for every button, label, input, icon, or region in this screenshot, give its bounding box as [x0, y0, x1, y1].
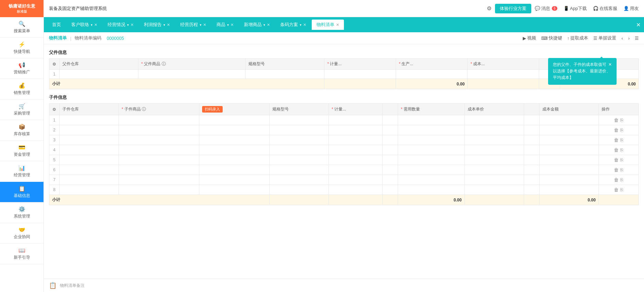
close-tab-icon[interactable]: ✕ — [94, 23, 97, 27]
copy-icon[interactable]: ⎘ — [620, 177, 623, 183]
video-btn[interactable]: ▶ 视频 — [523, 35, 536, 41]
messages-btn[interactable]: 💬 消息 6 — [535, 5, 557, 12]
settings-icon[interactable]: ⚙ — [487, 5, 492, 12]
child-unit-price-cell[interactable] — [465, 155, 524, 165]
child-unit-cell[interactable] — [329, 135, 383, 145]
child-unit-cell[interactable] — [329, 155, 383, 165]
child-spec-cell[interactable] — [270, 135, 329, 145]
tab-bom[interactable]: 物料清单 ✕ — [312, 20, 344, 30]
sidebar-item-search[interactable]: 🔍 搜索菜单 — [0, 17, 44, 38]
tab-barcode[interactable]: 条码方案 ▾ ✕ — [275, 20, 311, 30]
child-warehouse-cell[interactable] — [60, 185, 119, 195]
extract-cost-btn[interactable]: ↑ 提取成本 — [567, 35, 589, 41]
online-service-btn[interactable]: 🎧 在线客服 — [593, 5, 617, 12]
child-goods-cell[interactable] — [119, 125, 199, 135]
delete-icon[interactable]: 🗑 — [614, 157, 619, 163]
sidebar-item-inventory[interactable]: 📦 库存核算 — [0, 120, 44, 141]
child-unit-price-cell[interactable] — [465, 115, 524, 125]
child-qty-cell[interactable] — [398, 155, 465, 165]
nav-prev-btn[interactable]: ‹ — [621, 36, 623, 41]
tab-history[interactable]: 经营历程 ▾ ✕ — [175, 20, 211, 30]
sidebar-item-operations[interactable]: 📊 经营管理 — [0, 161, 44, 182]
sidebar-item-guide[interactable]: 📖 新手引导 — [0, 244, 44, 264]
sidebar-item-system[interactable]: ⚙️ 系统管理 — [0, 202, 44, 223]
child-qty-cell[interactable] — [398, 125, 465, 135]
child-warehouse-cell[interactable] — [60, 155, 119, 165]
parent-spec-cell[interactable] — [246, 70, 324, 79]
tab-customer[interactable]: 客户联络 ▾ ✕ — [66, 20, 102, 30]
child-warehouse-cell[interactable] — [60, 115, 119, 125]
child-spec-cell[interactable] — [270, 155, 329, 165]
close-tab-icon[interactable]: ✕ — [303, 23, 306, 27]
delete-icon[interactable]: 🗑 — [614, 117, 619, 123]
tab-home[interactable]: 首页 — [47, 20, 66, 30]
close-tab-icon[interactable]: ✕ — [336, 23, 339, 27]
delete-icon[interactable]: 🗑 — [614, 167, 619, 173]
delete-icon[interactable]: 🗑 — [614, 137, 619, 143]
child-col-scan[interactable]: 扫码录入 — [199, 104, 270, 115]
child-qty-cell[interactable] — [398, 115, 465, 125]
copy-icon[interactable]: ⎘ — [620, 137, 623, 143]
tab-new-goods[interactable]: 新增商品 ▾ ✕ — [239, 20, 275, 30]
shortcut-btn[interactable]: ⌨ 快捷键 — [541, 35, 562, 41]
child-goods-cell[interactable] — [119, 185, 199, 195]
parent-col-settings[interactable]: ⚙ — [49, 59, 60, 70]
child-unit-cell[interactable] — [329, 125, 383, 135]
child-spec-cell[interactable] — [270, 125, 329, 135]
child-goods-cell[interactable] — [119, 165, 199, 175]
child-goods-cell[interactable] — [119, 145, 199, 155]
sidebar-item-enterprise[interactable]: 🤝 企业协同 — [0, 223, 44, 244]
child-qty-cell[interactable] — [398, 185, 465, 195]
child-unit-cell[interactable] — [329, 185, 383, 195]
close-tab-icon[interactable]: ✕ — [131, 23, 134, 27]
child-spec-cell[interactable] — [270, 165, 329, 175]
child-unit-cell[interactable] — [329, 175, 383, 185]
experience-btn[interactable]: 体验行业方案 — [495, 4, 531, 13]
app-download-btn[interactable]: 📱 App下载 — [564, 5, 587, 12]
copy-icon[interactable]: ⎘ — [620, 127, 623, 133]
sidebar-item-sales[interactable]: 💰 销售管理 — [0, 79, 44, 100]
child-goods-cell[interactable] — [119, 155, 199, 165]
child-warehouse-cell[interactable] — [60, 125, 119, 135]
child-unit-price-cell[interactable] — [465, 165, 524, 175]
grid-view-btn[interactable]: ☰ — [635, 36, 639, 41]
delete-icon[interactable]: 🗑 — [614, 127, 619, 133]
child-unit-price-cell[interactable] — [465, 175, 524, 185]
breadcrumb-bom[interactable]: 物料清单 — [49, 35, 67, 41]
child-goods-cell[interactable] — [119, 175, 199, 185]
child-spec-cell[interactable] — [270, 185, 329, 195]
sidebar-item-purchase[interactable]: 🛒 采购管理 — [0, 100, 44, 120]
child-spec-cell[interactable] — [270, 115, 329, 125]
child-spec-cell[interactable] — [270, 145, 329, 155]
child-unit-cell[interactable] — [329, 145, 383, 155]
copy-icon[interactable]: ⎘ — [620, 147, 623, 153]
child-goods-cell[interactable] — [119, 115, 199, 125]
delete-icon[interactable]: 🗑 — [614, 147, 619, 153]
tab-goods[interactable]: 商品 ▾ ✕ — [212, 20, 238, 30]
copy-icon[interactable]: ⎘ — [620, 117, 623, 123]
sidebar-item-marketing[interactable]: 📢 营销推广 — [0, 58, 44, 79]
user-menu[interactable]: 👤 用友 — [623, 5, 639, 12]
scan-btn[interactable]: 扫码录入 — [202, 106, 223, 113]
child-unit-price-cell[interactable] — [465, 185, 524, 195]
close-tab-icon[interactable]: ✕ — [267, 23, 270, 27]
parent-production-cell[interactable] — [396, 70, 468, 79]
nav-next-btn[interactable]: › — [628, 36, 630, 41]
tab-operations[interactable]: 经营情况 ▾ ✕ — [103, 20, 138, 30]
close-all-btn[interactable]: ✕ — [636, 22, 641, 28]
child-col-settings[interactable]: ⚙ — [49, 104, 60, 115]
tab-profit[interactable]: 利润报告 ▾ ✕ — [139, 20, 175, 30]
child-spec-cell[interactable] — [270, 175, 329, 185]
child-qty-cell[interactable] — [398, 165, 465, 175]
child-unit-price-cell[interactable] — [465, 125, 524, 135]
sidebar-item-basic-info[interactable]: 📋 基础信息 — [0, 182, 44, 202]
tooltip-close-btn[interactable]: ✕ — [608, 61, 612, 68]
parent-goods-cell[interactable] — [138, 70, 246, 79]
child-qty-cell[interactable] — [398, 175, 465, 185]
single-setting-btn[interactable]: ☰ 单据设置 — [593, 35, 616, 41]
child-warehouse-cell[interactable] — [60, 175, 119, 185]
child-unit-price-cell[interactable] — [465, 145, 524, 155]
child-unit-cell[interactable] — [329, 115, 383, 125]
delete-icon[interactable]: 🗑 — [614, 177, 619, 183]
child-warehouse-cell[interactable] — [60, 165, 119, 175]
